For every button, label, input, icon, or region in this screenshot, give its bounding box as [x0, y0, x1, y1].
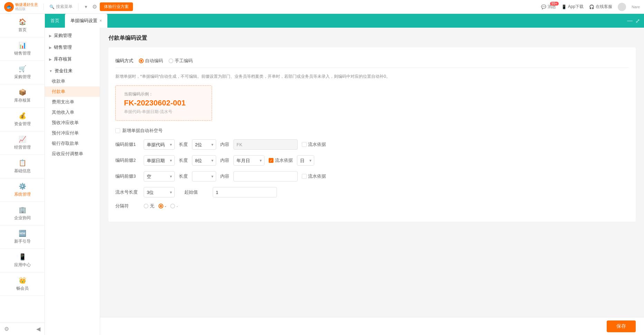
stream-length-select[interactable]: 3位	[144, 187, 175, 197]
nav-item-bank[interactable]: 银行存取款单	[45, 138, 100, 149]
prefix3-stream: 流水依据	[302, 173, 326, 179]
nav-group-stock-title[interactable]: ▶ 库存核算	[45, 54, 100, 64]
logo: 🐟 畅捷通好生意 精品版	[4, 2, 38, 12]
info-text: 新增单据时，*单据编码*自动生成，不可编辑。前缀设置为部门、业务员等档案类，开单…	[115, 73, 629, 80]
inventory-icon: 📦	[19, 89, 26, 96]
nav-group-purchase-title[interactable]: ▶ 采购管理	[45, 30, 100, 41]
prefix1-stream-checkbox[interactable]	[302, 142, 307, 147]
content-wrapper: ▶ 采购管理 ▶ 销售管理 ▶ 库存核算	[45, 28, 644, 335]
sidebar-item-home[interactable]: 🏠 首页	[0, 14, 45, 37]
phone-icon: 📱	[561, 4, 567, 9]
prefix3-select[interactable]: 空	[144, 171, 175, 182]
settings-icon[interactable]: ⚙	[92, 3, 97, 10]
nav-group-sales: ▶ 销售管理	[45, 42, 100, 53]
nav-group-purchase: ▶ 采购管理	[45, 30, 100, 41]
finance-icon: 💰	[19, 112, 26, 120]
sidebar-item-basic[interactable]: 📋 基础信息	[0, 155, 45, 178]
prefix1-select[interactable]: 单据代码	[144, 139, 175, 150]
nav-item-payment[interactable]: 付款单	[45, 86, 100, 97]
top-bar: 🐟 畅捷通好生意 精品版 🔍 搜索菜单 ▼ ⚙ 体验行业方案 💬 消息 99+ …	[0, 0, 644, 14]
nav-item-prepay-payment[interactable]: 预付冲应付单	[45, 128, 100, 138]
main-layout: 🏠 首页 📊 销售管理 🛒 采购管理 📦 库存核算 💰 资金管理 📈 经营管理 …	[0, 14, 644, 335]
footer-collapse-btn[interactable]: ◀	[36, 326, 40, 332]
sidebar-item-membership[interactable]: 👑 畅会员	[0, 272, 45, 296]
basic-icon: 📋	[19, 159, 26, 167]
prefix2-select-wrapper: 单据日期 ▼	[144, 155, 175, 166]
nav-item-adjust[interactable]: 应收应付调整单	[45, 149, 100, 159]
sep-dash-dot	[158, 204, 163, 208]
operations-icon: 📈	[19, 136, 26, 143]
tab-encode[interactable]: 单据编码设置 ×	[65, 14, 107, 28]
sidebar-item-appcenter[interactable]: 📱 应用中心	[0, 249, 45, 272]
appcenter-icon: 📱	[19, 253, 26, 261]
auto-fill-checkbox[interactable]	[115, 128, 120, 133]
auto-encode-radio[interactable]: 自动编码	[139, 58, 163, 64]
divider	[44, 3, 44, 10]
cta-button[interactable]: 体验行业方案	[100, 2, 133, 11]
nav-item-income[interactable]: 其他收入单	[45, 107, 100, 118]
prefix1-length-select[interactable]: 2位	[192, 139, 216, 150]
prefix3-length-wrapper: ▼	[192, 171, 216, 182]
footer-settings-btn[interactable]: ⚙	[4, 326, 9, 332]
stream-length-wrapper: 3位 ▼	[144, 187, 175, 197]
sidebar-item-enterprise[interactable]: 🏢 企业协同	[0, 202, 45, 225]
divider2	[78, 3, 78, 10]
membership-icon: 👑	[19, 277, 26, 284]
logo-icon: 🐟	[4, 2, 14, 12]
sidebar-item-inventory[interactable]: 📦 库存核算	[0, 84, 45, 108]
sep-none-radio[interactable]: 无	[144, 203, 154, 209]
bottom-bar: 保存	[100, 317, 644, 335]
search-menu[interactable]: 🔍 搜索菜单	[49, 4, 73, 10]
tab-close-icon[interactable]: ×	[99, 18, 102, 23]
maximize-icon[interactable]: ⤢	[635, 18, 640, 24]
prefix2-length-wrapper: 8位 ▼	[192, 155, 216, 166]
sidebar-item-finance[interactable]: 💰 资金管理	[0, 108, 45, 131]
sidebar-item-purchase[interactable]: 🛒 采购管理	[0, 61, 45, 84]
prefix2-length-select[interactable]: 8位	[192, 155, 216, 166]
save-button[interactable]: 保存	[607, 320, 636, 332]
prefix2-stream-checkbox[interactable]: ✓	[269, 158, 273, 163]
app-download-btn[interactable]: 📱 App下载	[561, 4, 584, 10]
prefix2-content-wrapper: 年月日 ▼	[233, 155, 265, 166]
nav-item-expense[interactable]: 费用支出单	[45, 97, 100, 107]
tab-home[interactable]: 首页	[45, 14, 65, 28]
prefix2-stream: ✓ 流水依据	[269, 157, 293, 164]
tab-bar: 首页 单据编码设置 × — ⤢	[45, 14, 644, 28]
prefix1-row: 编码前缀1 单据代码 ▼ 长度 2位	[115, 139, 629, 150]
prefix1-content-input[interactable]	[233, 139, 298, 150]
arrow-right-icon: ▶	[49, 34, 52, 38]
purchase-icon: 🛒	[19, 65, 26, 73]
prefix3-content-input[interactable]	[233, 171, 298, 182]
manual-encode-radio[interactable]: 手工编码	[169, 58, 193, 64]
page-title: 付款单编码设置	[108, 35, 636, 42]
home-icon: 🏠	[19, 18, 26, 26]
dropdown-arrow[interactable]: ▼	[84, 4, 88, 9]
prefix2-period-select[interactable]: 日	[297, 155, 314, 166]
prefix2-content-select[interactable]: 年月日	[233, 155, 265, 166]
nav-group-sales-title[interactable]: ▶ 销售管理	[45, 42, 100, 53]
sep-dot-radio[interactable]: ·	[170, 204, 178, 209]
sep-dash-radio[interactable]: -	[158, 204, 166, 209]
prefix3-row: 编码前缀3 空 ▼ 长度	[115, 171, 629, 182]
prefix2-period-wrapper: 日 ▼	[297, 155, 314, 166]
online-service-btn[interactable]: 🎧 在线客服	[589, 4, 612, 10]
encoding-row: 编码方式 自动编码 手工编码	[115, 54, 629, 68]
sidebar-item-sales[interactable]: 📊 销售管理	[0, 37, 45, 61]
prefix3-length-select[interactable]	[192, 171, 216, 182]
start-value-input[interactable]	[213, 187, 277, 197]
sep-dot-dot	[170, 204, 175, 208]
arrow-down-icon: ▼	[49, 69, 52, 73]
sales-icon: 📊	[19, 41, 26, 49]
nav-item-prepay-receipt[interactable]: 预收冲应收单	[45, 118, 100, 128]
nav-item-receipt[interactable]: 收款单	[45, 76, 100, 86]
minimize-icon[interactable]: —	[627, 18, 633, 24]
avatar[interactable]	[618, 3, 626, 11]
prefix2-select[interactable]: 单据日期	[144, 155, 175, 166]
sidebar-footer: ⚙ ◀	[0, 323, 45, 335]
sidebar-item-operations[interactable]: 📈 经营管理	[0, 131, 45, 155]
nav-group-funds-title[interactable]: ▼ 资金往来	[45, 66, 100, 76]
prefix3-stream-checkbox[interactable]	[302, 174, 307, 179]
message-btn[interactable]: 💬 消息 99+	[541, 4, 556, 10]
sidebar-item-newguide[interactable]: 🆕 新手引导	[0, 225, 45, 249]
sidebar-item-system[interactable]: ⚙️ 系统管理	[0, 178, 45, 202]
